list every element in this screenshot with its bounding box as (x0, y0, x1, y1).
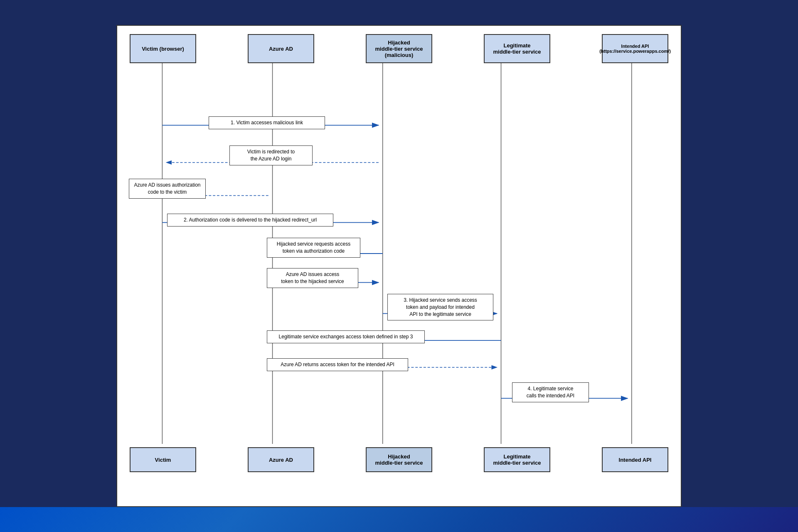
actor-victim-top: Victim (browser) (130, 34, 196, 63)
msg-victim-redirected: Victim is redirected tothe Azure AD logi… (229, 145, 313, 165)
actor-azure-ad-top: Azure AD (248, 34, 314, 63)
actor-intended-api-top: Intended API(https://service.powerapps.c… (602, 34, 668, 63)
msg-auth-code-delivered: 2. Authorization code is delivered to th… (167, 214, 333, 227)
actor-hijacked-top: Hijackedmiddle-tier service(malicious) (366, 34, 432, 63)
msg-hijacked-sends: 3. Hijacked service sends accesstoken an… (387, 294, 493, 320)
msg-legit-exchanges: Legitimate service exchanges access toke… (267, 330, 425, 343)
actor-intended-api-bottom: Intended API (602, 447, 668, 472)
msg-azure-returns-token: Azure AD returns access token for the in… (267, 358, 408, 371)
actor-victim-bottom: Victim (130, 447, 196, 472)
actor-legitimate-bottom: Legitimatemiddle-tier service (484, 447, 550, 472)
msg-victim-accesses: 1. Victim accesses malicious link (209, 116, 325, 129)
sequence-arrows (126, 63, 672, 444)
msg-azure-issues-token: Azure AD issues accesstoken to the hijac… (267, 268, 358, 288)
actor-hijacked-bottom: Hijackedmiddle-tier service (366, 447, 432, 472)
msg-hijacked-requests-token: Hijacked service requests accesstoken vi… (267, 238, 360, 258)
msg-azure-issues-code: Azure AD issues authorizationcode to the… (129, 179, 206, 199)
actor-azure-ad-bottom: Azure AD (248, 447, 314, 472)
msg-legit-calls-api: 4. Legitimate servicecalls the intended … (512, 382, 589, 402)
actor-legitimate-top: Legitimatemiddle-tier service (484, 34, 550, 63)
sequence-diagram: Victim (browser) Azure AD Hijackedmiddle… (116, 25, 682, 507)
